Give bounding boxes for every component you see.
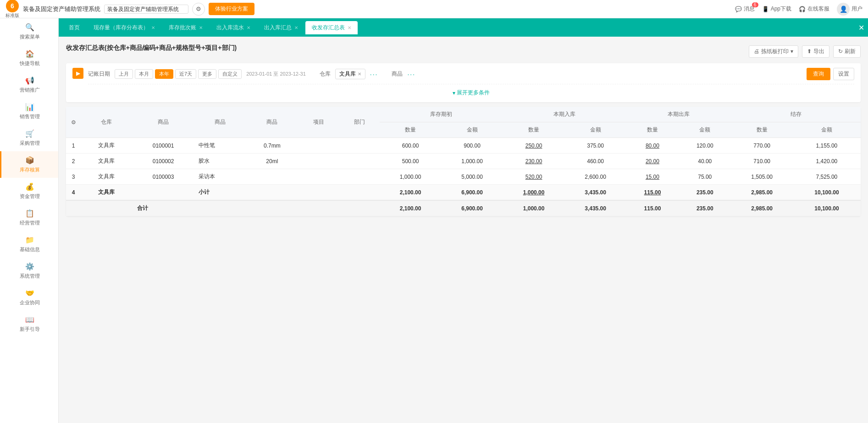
footer-bal-qty: 2,985.00 bbox=[731, 200, 792, 216]
logo-area: 6 标准版 bbox=[6, 0, 19, 19]
sidebar-item-finance[interactable]: 💰 资金管理 bbox=[0, 178, 58, 204]
app-title: 装备及固定资产辅助管理系统 bbox=[23, 5, 100, 13]
tab-batch-close[interactable]: ✕ bbox=[199, 25, 203, 30]
date-btn-this-year[interactable]: 本年 bbox=[155, 69, 173, 79]
sidebar-label-quick-nav: 快捷导航 bbox=[20, 60, 40, 67]
sidebar-label-collab: 企业协同 bbox=[20, 299, 40, 306]
message-icon-item[interactable]: 💬 消息 6 bbox=[735, 5, 755, 13]
sidebar-label-operations: 经营管理 bbox=[20, 220, 40, 226]
sidebar-item-marketing[interactable]: 📢 营销推广 bbox=[0, 71, 58, 98]
settings-button[interactable]: 设置 bbox=[833, 68, 854, 80]
warehouse-dots-btn[interactable]: ··· bbox=[370, 71, 378, 78]
sidebar-item-system[interactable]: ⚙️ 系统管理 bbox=[0, 258, 58, 284]
sidebar-item-guide[interactable]: 📖 新手引导 bbox=[0, 311, 58, 337]
top-bar-right: 💬 消息 6 📱 App下载 🎧 在线客服 👤 用户 bbox=[735, 3, 862, 16]
online-service-label: 在线客服 bbox=[807, 5, 829, 13]
user-item[interactable]: 👤 用户 bbox=[837, 3, 862, 16]
footer-ps-qty: 2,100.00 bbox=[380, 200, 441, 216]
warehouse-tag-value: 文具库 bbox=[339, 70, 356, 78]
breadcrumb-select[interactable]: 装备及固定资产辅助管理系统 bbox=[104, 5, 188, 14]
col-settings-header[interactable]: ⚙ bbox=[66, 107, 81, 138]
data-table: ⚙ 仓库 商品 商品 商品 项目 部门 库存期初 本期入库 本期出库 结存 bbox=[66, 107, 861, 216]
tab-summary[interactable]: 出入库汇总 ✕ bbox=[258, 21, 304, 34]
tab-inventory-dist-close[interactable]: ✕ bbox=[151, 25, 155, 30]
col-bal-amt: 金额 bbox=[793, 122, 861, 138]
date-btn-7days[interactable]: 近7天 bbox=[175, 69, 196, 79]
expand-more-btn[interactable]: ▾ 展开更多条件 bbox=[453, 87, 490, 99]
table-row: 2文具库0100002胶水20ml500.001,000.00230.00460… bbox=[66, 154, 861, 169]
tab-flow-close[interactable]: ✕ bbox=[247, 25, 250, 30]
date-btn-this-month[interactable]: 本月 bbox=[135, 69, 153, 79]
footer-ps-amt: 6,900.00 bbox=[441, 200, 503, 216]
tab-receive-send[interactable]: 收发存汇总表 ✕ bbox=[305, 21, 358, 34]
sidebar-item-inventory[interactable]: 📦 库存核算 bbox=[0, 151, 58, 178]
tabs-close-all[interactable]: ✕ bbox=[858, 23, 864, 32]
tab-inventory-dist[interactable]: 现存量（库存分布表） ✕ bbox=[87, 21, 161, 34]
sidebar: 🔍 搜索菜单 🏠 快捷导航 📢 营销推广 📊 销售管理 🛒 采购管理 📦 bbox=[0, 18, 59, 423]
query-button[interactable]: 查询 bbox=[807, 68, 830, 80]
tab-home[interactable]: 首页 bbox=[62, 21, 86, 34]
online-service-item[interactable]: 🎧 在线客服 bbox=[799, 5, 829, 13]
date-btn-last-month[interactable]: 上月 bbox=[115, 69, 133, 79]
date-label: 记账日期 bbox=[88, 70, 110, 78]
sidebar-item-quick-nav[interactable]: 🏠 快捷导航 bbox=[0, 45, 58, 71]
col-warehouse-header: 仓库 bbox=[81, 107, 133, 138]
chevron-down-icon: ▾ bbox=[791, 48, 793, 55]
sidebar-label-inventory: 库存核算 bbox=[20, 166, 40, 173]
warehouse-tag-close[interactable]: ✕ bbox=[358, 71, 361, 77]
col-in-amt: 金额 bbox=[564, 122, 626, 138]
refresh-button[interactable]: ↻ 刷新 bbox=[833, 45, 861, 58]
goods-dots-btn[interactable]: ··· bbox=[407, 71, 415, 78]
tab-receive-send-close[interactable]: ✕ bbox=[348, 25, 351, 30]
basic-icon: 📁 bbox=[25, 236, 34, 244]
query-action-group: 查询 设置 bbox=[807, 68, 854, 80]
sidebar-label-finance: 资金管理 bbox=[20, 193, 40, 200]
home-icon: 🏠 bbox=[25, 49, 34, 58]
top-settings-button[interactable]: ⚙ bbox=[192, 3, 205, 16]
tab-batch[interactable]: 库存批次账 ✕ bbox=[162, 21, 209, 34]
sidebar-item-collab[interactable]: 🤝 企业协同 bbox=[0, 284, 58, 311]
purchase-icon: 🛒 bbox=[25, 129, 34, 138]
filter-expand-row: ▾ 展开更多条件 bbox=[88, 84, 854, 99]
filter-line1: 记账日期 上月 本月 本年 近7天 更多 自定义 2023-01-01 至 20… bbox=[88, 68, 854, 80]
warehouse-label: 仓库 bbox=[320, 70, 331, 78]
date-btn-custom[interactable]: 自定义 bbox=[218, 69, 242, 79]
print-button[interactable]: 🖨 拣纸板打印 ▾ bbox=[749, 45, 798, 58]
table-row: 3文具库0100003采访本1,000.005,000.00520.002,60… bbox=[66, 169, 861, 185]
filter-bar: ▶ 记账日期 上月 本月 本年 近7天 更多 自定义 bbox=[66, 63, 861, 102]
sidebar-item-purchase[interactable]: 🛒 采购管理 bbox=[0, 125, 58, 151]
goods-label: 商品 bbox=[392, 70, 403, 78]
expand-filter-button[interactable]: ▶ bbox=[72, 68, 83, 79]
sidebar-label-purchase: 采购管理 bbox=[20, 140, 40, 147]
table-row: 1文具库0100001中性笔0.7mm600.00900.00250.00375… bbox=[66, 138, 861, 154]
col-ps-qty: 数量 bbox=[380, 122, 441, 138]
sidebar-item-sales[interactable]: 📊 销售管理 bbox=[0, 98, 58, 125]
top-bar-left: 6 标准版 装备及固定资产辅助管理系统 装备及固定资产辅助管理系统 ⚙ 体验行业… bbox=[6, 0, 254, 19]
footer-in-qty: 1,000.00 bbox=[503, 200, 564, 216]
page-content: 收发存汇总表(按仓库+商品编码+商品+规格型号+项目+部门) 🖨 拣纸板打印 ▾… bbox=[59, 37, 868, 423]
page-title: 收发存汇总表(按仓库+商品编码+商品+规格型号+项目+部门) bbox=[66, 44, 237, 52]
warehouse-tag-box: 文具库 ✕ bbox=[335, 69, 365, 79]
app-download-label: App下载 bbox=[771, 5, 791, 13]
tab-summary-close[interactable]: ✕ bbox=[294, 25, 298, 30]
date-btn-more[interactable]: 更多 bbox=[198, 69, 216, 79]
col-out-amt: 金额 bbox=[679, 122, 731, 138]
export-button[interactable]: ⬆ 导出 bbox=[802, 45, 829, 58]
page-header: 收发存汇总表(按仓库+商品编码+商品+规格型号+项目+部门) 🖨 拣纸板打印 ▾… bbox=[66, 44, 861, 59]
inventory-icon: 📦 bbox=[25, 156, 34, 165]
sidebar-item-basic[interactable]: 📁 基础信息 bbox=[0, 231, 58, 258]
operations-icon: 📋 bbox=[25, 209, 34, 218]
main-area: 🔍 搜索菜单 🏠 快捷导航 📢 营销推广 📊 销售管理 🛒 采购管理 📦 bbox=[0, 18, 868, 423]
sidebar-item-search[interactable]: 🔍 搜索菜单 bbox=[0, 18, 58, 45]
col-spec-header: 商品 bbox=[246, 107, 298, 138]
trial-button[interactable]: 体验行业方案 bbox=[209, 3, 254, 15]
tab-summary-label: 出入库汇总 bbox=[264, 24, 292, 32]
app-download-item[interactable]: 📱 App下载 bbox=[762, 5, 791, 13]
footer-empty bbox=[194, 200, 380, 216]
sidebar-label-basic: 基础信息 bbox=[20, 246, 40, 253]
sidebar-label-search: 搜索菜单 bbox=[20, 33, 40, 40]
chevron-down-icon: ▾ bbox=[453, 90, 455, 96]
refresh-icon: ↻ bbox=[838, 48, 843, 55]
tab-flow[interactable]: 出入库流水 ✕ bbox=[210, 21, 257, 34]
sidebar-item-operations[interactable]: 📋 经营管理 bbox=[0, 204, 58, 231]
